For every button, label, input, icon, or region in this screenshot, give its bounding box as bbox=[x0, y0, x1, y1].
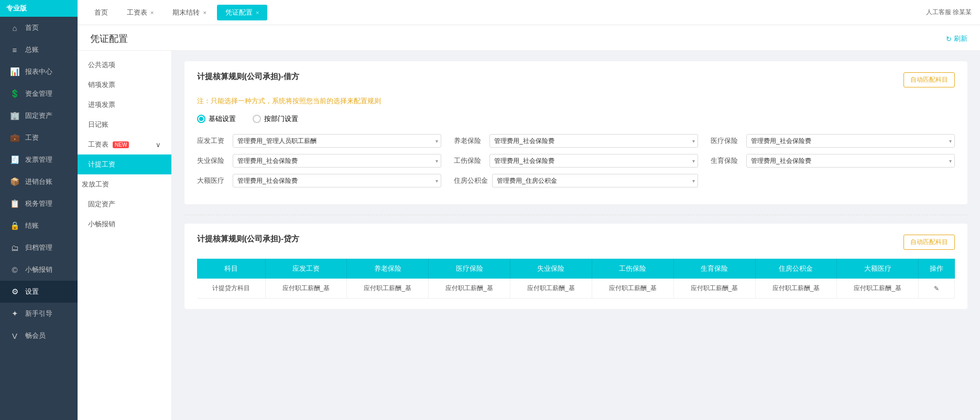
sidebar-item-xiaochang[interactable]: © 小畅报销 bbox=[0, 259, 78, 281]
sidebar-item-label: 发票管理 bbox=[25, 155, 52, 164]
pension-select[interactable]: 管理费用_社会保险费 bbox=[489, 134, 698, 148]
left-nav-pay-salary[interactable]: 发放工资 bbox=[78, 174, 171, 194]
cell-salary: 应付职工薪酬_基 bbox=[265, 279, 347, 299]
form-item-housing: 住房公积金 管理费用_住房公积金 ▾ bbox=[454, 174, 698, 187]
report-icon: 📊 bbox=[9, 67, 20, 76]
sidebar-item-purchase[interactable]: 📦 进销台账 bbox=[0, 171, 78, 193]
left-nav-xiaochang-expense[interactable]: 小畅报销 bbox=[78, 214, 171, 234]
sidebar-item-closing[interactable]: 🔒 结账 bbox=[0, 215, 78, 237]
tab-voucher[interactable]: 凭证配置 × bbox=[217, 5, 267, 20]
sidebar-item-label: 报表中心 bbox=[25, 67, 52, 76]
tab-payroll[interactable]: 工资表 × bbox=[118, 5, 162, 20]
radio-basic-circle bbox=[197, 115, 205, 123]
bigmedical-select-wrapper: 管理费用_社会保险费 ▾ bbox=[233, 174, 441, 187]
archive-icon: 🗂 bbox=[9, 244, 20, 252]
table-row: 计提贷方科目 应付职工薪酬_基 应付职工薪酬_基 应付职工薪酬_基 应付职工薪酬… bbox=[197, 279, 955, 299]
col-maternity: 生育保险 bbox=[673, 259, 755, 279]
unemployment-select[interactable]: 管理费用_社会保险费 bbox=[233, 154, 441, 168]
auto-match-credit-button[interactable]: 自动匹配科目 bbox=[903, 235, 955, 250]
invoice-icon: 🧾 bbox=[9, 155, 20, 164]
left-nav-fixed-assets[interactable]: 固定资产 bbox=[78, 194, 171, 214]
salary-select[interactable]: 管理费用_管理人员职工薪酬 bbox=[233, 134, 441, 148]
tab-period-label: 期末结转 bbox=[172, 8, 200, 17]
left-nav-journal[interactable]: 日记账 bbox=[78, 115, 171, 135]
tab-home[interactable]: 首页 bbox=[86, 5, 116, 20]
cell-subject: 计提贷方科目 bbox=[197, 279, 265, 299]
left-nav-public[interactable]: 公共选项 bbox=[78, 55, 171, 75]
sidebar-item-report[interactable]: 📊 报表中心 bbox=[0, 61, 78, 83]
bigmedical-select[interactable]: 管理费用_社会保险费 bbox=[233, 174, 441, 187]
sidebar-item-home[interactable]: ⌂ 首页 bbox=[0, 17, 78, 39]
housing-select[interactable]: 管理费用_住房公积金 bbox=[492, 174, 698, 187]
xiaochang-icon: © bbox=[9, 266, 20, 274]
sidebar-item-archive[interactable]: 🗂 归档管理 bbox=[0, 237, 78, 259]
left-nav-calc-salary[interactable]: 计提工资 bbox=[78, 154, 171, 174]
sidebar-item-settings[interactable]: ⚙ 设置 bbox=[0, 281, 78, 303]
sidebar-item-label: 新手引导 bbox=[25, 309, 52, 318]
sidebar-item-label: 总账 bbox=[25, 45, 39, 54]
cell-unemployment: 应付职工薪酬_基 bbox=[510, 279, 592, 299]
sidebar-item-tax[interactable]: 📋 税务管理 bbox=[0, 193, 78, 215]
topbar: 首页 工资表 × 期末结转 × 凭证配置 × 人工客服 徐某某 bbox=[78, 0, 980, 25]
left-nav-input-invoice[interactable]: 进项发票 bbox=[78, 95, 171, 115]
sidebar: 专业版 ⌂ 首页 ≡ 总账 📊 报表中心 💲 资金管理 🏢 固定资产 💼 工资 … bbox=[0, 0, 78, 420]
cell-medical: 应付职工薪酬_基 bbox=[429, 279, 510, 299]
sidebar-item-assets[interactable]: 🏢 固定资产 bbox=[0, 105, 78, 127]
housing-select-wrapper: 管理费用_住房公积金 ▾ bbox=[492, 174, 698, 187]
maternity-select[interactable]: 管理费用_社会保险费 bbox=[746, 154, 955, 168]
refresh-button[interactable]: ↻ 刷新 bbox=[946, 34, 967, 43]
section-debit-header: 计提核算规则(公司承担)-借方 自动匹配科目 bbox=[197, 72, 955, 88]
left-nav-payroll-table[interactable]: 工资表 NEW ∨ bbox=[78, 135, 171, 154]
section-credit-header: 计提核算规则(公司承担)-贷方 自动匹配科目 bbox=[197, 234, 955, 250]
sidebar-item-ledger[interactable]: ≡ 总账 bbox=[0, 39, 78, 61]
topbar-right: 人工客服 徐某某 bbox=[926, 8, 972, 17]
tab-payroll-label: 工资表 bbox=[127, 8, 147, 17]
tab-period-close[interactable]: × bbox=[203, 9, 206, 16]
assets-icon: 🏢 bbox=[9, 111, 20, 120]
table-header-row: 科目 应发工资 养老保险 医疗保险 失业保险 工伤保险 生育保险 住房公积金 大… bbox=[197, 259, 955, 279]
new-badge: NEW bbox=[113, 141, 129, 148]
sidebar-item-invoice[interactable]: 🧾 发票管理 bbox=[0, 149, 78, 171]
form-label-workinjury: 工伤保险 bbox=[454, 156, 485, 165]
tab-period[interactable]: 期末结转 × bbox=[164, 5, 214, 20]
col-salary: 应发工资 bbox=[265, 259, 347, 279]
tab-voucher-close[interactable]: × bbox=[256, 9, 259, 16]
sidebar-item-guide[interactable]: ✦ 新手引导 bbox=[0, 303, 78, 325]
left-nav-cancel-invoice[interactable]: 销项发票 bbox=[78, 75, 171, 95]
sidebar-item-salary[interactable]: 💼 工资 bbox=[0, 127, 78, 149]
col-action: 操作 bbox=[919, 259, 955, 279]
edit-icon[interactable]: ✎ bbox=[934, 285, 939, 292]
refresh-icon: ↻ bbox=[946, 35, 952, 43]
page-title: 凭证配置 bbox=[90, 32, 128, 45]
cell-action[interactable]: ✎ bbox=[919, 279, 955, 299]
form-item-placeholder bbox=[711, 174, 955, 187]
radio-basic[interactable]: 基础设置 bbox=[197, 114, 236, 124]
ledger-icon: ≡ bbox=[9, 46, 20, 54]
sidebar-item-capital[interactable]: 💲 资金管理 bbox=[0, 83, 78, 105]
sidebar-item-vip[interactable]: V 畅会员 bbox=[0, 325, 78, 347]
auto-match-debit-button[interactable]: 自动匹配科目 bbox=[903, 72, 955, 87]
sidebar-item-label: 结账 bbox=[25, 221, 39, 230]
form-label-unemployment: 失业保险 bbox=[197, 156, 228, 165]
col-medical: 医疗保险 bbox=[429, 259, 510, 279]
credit-table: 科目 应发工资 养老保险 医疗保险 失业保险 工伤保险 生育保险 住房公积金 大… bbox=[197, 259, 955, 299]
cell-bigmedical: 应付职工薪酬_基 bbox=[837, 279, 919, 299]
col-pension: 养老保险 bbox=[347, 259, 429, 279]
col-housing: 住房公积金 bbox=[755, 259, 837, 279]
col-subject: 科目 bbox=[197, 259, 265, 279]
medical-select[interactable]: 管理费用_社会保险费 bbox=[746, 134, 955, 148]
sidebar-item-label: 首页 bbox=[25, 23, 39, 32]
radio-dept[interactable]: 按部门设置 bbox=[253, 114, 298, 124]
form-item-pension: 养老保险 管理费用_社会保险费 ▾ bbox=[454, 134, 698, 148]
main-area: 首页 工资表 × 期末结转 × 凭证配置 × 人工客服 徐某某 凭证配置 ↻ 刷… bbox=[78, 0, 980, 420]
sidebar-item-label: 税务管理 bbox=[25, 199, 52, 208]
workinjury-select[interactable]: 管理费用_社会保险费 bbox=[489, 154, 698, 168]
cell-maternity: 应付职工薪酬_基 bbox=[673, 279, 755, 299]
unemployment-select-wrapper: 管理费用_社会保险费 ▾ bbox=[233, 154, 441, 168]
section-debit-note: 注：只能选择一种方式，系统将按照您当前的选择来配置规则 bbox=[197, 96, 955, 106]
form-label-pension: 养老保险 bbox=[454, 136, 485, 146]
tab-payroll-close[interactable]: × bbox=[150, 9, 154, 16]
vip-icon: V bbox=[9, 331, 20, 340]
cell-housing: 应付职工薪酬_基 bbox=[755, 279, 837, 299]
form-row-3: 大额医疗 管理费用_社会保险费 ▾ 住房公积金 管理费用_住房公积金 bbox=[197, 174, 955, 187]
